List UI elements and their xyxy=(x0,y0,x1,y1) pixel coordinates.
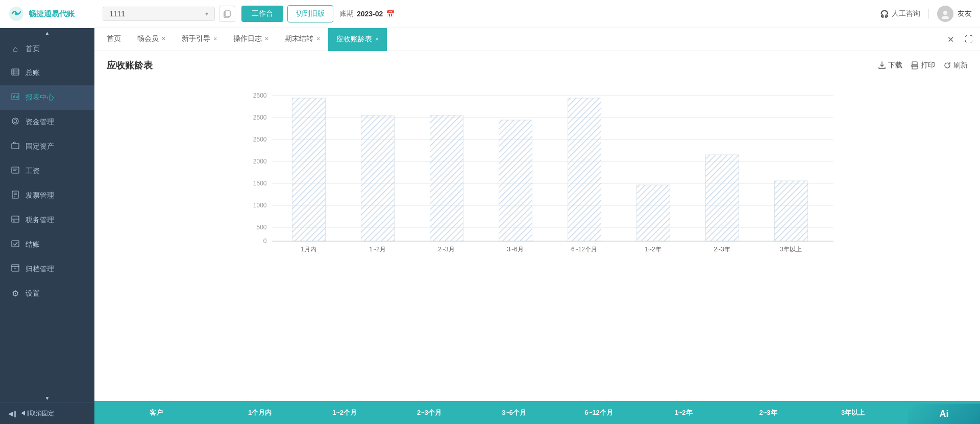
svg-rect-54 xyxy=(361,115,395,241)
funds-icon xyxy=(10,117,20,127)
sidebar-item-reports[interactable]: 报表中心 xyxy=(0,85,94,110)
headset-icon: 🎧 xyxy=(880,10,889,18)
switch-version-button[interactable]: 切到旧版 xyxy=(287,5,333,22)
period-area: 账期 2023-02 📅 xyxy=(339,9,395,18)
tab-close-guide[interactable]: × xyxy=(213,36,217,42)
chart-container: 2500 2500 2500 2000 1500 1000 500 0 xyxy=(107,90,968,264)
sidebar-item-archive[interactable]: 归档管理 xyxy=(0,257,94,281)
sidebar-item-checkout[interactable]: 结账 xyxy=(0,232,94,257)
period-label: 账期 xyxy=(339,9,354,18)
avatar xyxy=(937,6,953,22)
svg-text:2500: 2500 xyxy=(253,92,267,99)
sidebar-item-label: 结账 xyxy=(26,240,40,249)
logo-text: 畅捷通易代账 xyxy=(29,9,75,19)
tab-close-oplog[interactable]: × xyxy=(265,36,268,42)
tab-label: 畅会员 xyxy=(137,34,159,43)
refresh-button[interactable]: 刷新 xyxy=(943,61,968,70)
tab-oplog[interactable]: 操作日志 × xyxy=(225,28,277,51)
svg-point-15 xyxy=(12,118,18,124)
col-customer: 客户 xyxy=(94,408,217,417)
gear-icon: ⚙ xyxy=(10,289,20,298)
svg-rect-30 xyxy=(12,265,19,267)
assets-icon xyxy=(10,142,20,152)
tab-home[interactable]: 首页 xyxy=(99,28,129,51)
tab-label: 操作日志 xyxy=(233,34,262,43)
col-3plus-year: 3年以上 xyxy=(811,408,895,417)
col-3-6month: 3~6个月 xyxy=(472,408,556,417)
calendar-icon[interactable]: 📅 xyxy=(386,10,395,18)
page-header: 应收账龄表 下载 打印 刷新 xyxy=(94,51,980,80)
home-icon: ⌂ xyxy=(10,44,20,54)
svg-rect-60 xyxy=(568,98,601,241)
top-header: 畅捷通易代账 1111 ▾ 工作台 切到旧版 账期 2023-02 📅 🎧 人工… xyxy=(0,0,980,28)
bar-chart: 2500 2500 2500 2000 1500 1000 500 0 xyxy=(107,90,968,264)
payroll-icon xyxy=(10,166,20,176)
download-button[interactable]: 下载 xyxy=(878,61,902,70)
tab-close-aging[interactable]: × xyxy=(375,36,379,42)
tab-period-end[interactable]: 期末结转 × xyxy=(277,28,328,51)
tax-icon: 税 xyxy=(10,215,20,225)
svg-text:2~3年: 2~3年 xyxy=(714,246,730,253)
sidebar-item-assets[interactable]: 固定资产 xyxy=(0,134,94,159)
sidebar-item-label: 资金管理 xyxy=(26,117,54,127)
col-6-12month: 6~12个月 xyxy=(556,408,641,417)
workbench-button[interactable]: 工作台 xyxy=(241,6,283,22)
tab-close-member[interactable]: × xyxy=(162,36,165,42)
svg-text:2500: 2500 xyxy=(253,114,267,121)
sidebar-item-settings[interactable]: ⚙ 设置 xyxy=(0,281,94,305)
col-1-2month: 1~2个月 xyxy=(302,408,387,417)
svg-rect-18 xyxy=(12,167,19,173)
sidebar-scroll-up[interactable]: ▲ xyxy=(0,28,94,37)
table-header-bar: 客户 1个月内 1~2个月 2~3个月 3~6个月 6~12个月 1~2年 2~… xyxy=(94,401,980,424)
user-area[interactable]: 友友 xyxy=(937,6,972,22)
svg-text:1~2月: 1~2月 xyxy=(369,246,385,253)
svg-text:2~3月: 2~3月 xyxy=(438,246,454,253)
svg-rect-58 xyxy=(499,120,532,241)
pin-label: ◀‖取消固定 xyxy=(20,409,54,418)
col-1month: 1个月内 xyxy=(217,408,302,417)
copy-button[interactable] xyxy=(219,6,235,22)
svg-point-5 xyxy=(942,16,949,19)
sidebar-item-label: 设置 xyxy=(26,289,40,298)
print-button[interactable]: 打印 xyxy=(911,61,935,70)
sidebar-item-payroll[interactable]: 工资 xyxy=(0,159,94,183)
ai-label: Ai xyxy=(940,409,949,419)
expand-tabs-button[interactable]: ⛶ xyxy=(962,32,976,46)
company-selector[interactable]: 1111 ▾ xyxy=(103,7,215,21)
ai-assistant-badge[interactable]: Ai xyxy=(908,404,980,424)
sidebar-item-label: 总账 xyxy=(26,68,40,78)
close-all-tabs-button[interactable]: ✕ xyxy=(943,32,958,46)
tab-aging[interactable]: 应收账龄表 × xyxy=(328,28,387,51)
page-title: 应收账龄表 xyxy=(107,59,153,72)
sidebar-item-label: 归档管理 xyxy=(26,265,54,274)
user-name: 友友 xyxy=(958,9,972,18)
sidebar-item-tax[interactable]: 税 税务管理 xyxy=(0,208,94,232)
tab-member[interactable]: 畅会员 × xyxy=(129,28,174,51)
invoice-icon xyxy=(10,191,20,201)
pin-icon: ◀‖ xyxy=(8,410,17,417)
col-2-3month: 2~3个月 xyxy=(387,408,472,417)
svg-rect-17 xyxy=(12,144,19,149)
sidebar-item-funds[interactable]: 资金管理 xyxy=(0,110,94,134)
sidebar-item-home[interactable]: ⌂ 首页 xyxy=(0,37,94,61)
tabs-actions: ✕ ⛶ xyxy=(943,32,976,46)
sidebar-item-label: 报表中心 xyxy=(26,93,54,102)
sidebar-pin-toggle[interactable]: ◀‖ ◀‖取消固定 xyxy=(0,403,94,424)
tab-guide[interactable]: 新手引导 × xyxy=(174,28,225,51)
tabs-bar: 首页 畅会员 × 新手引导 × 操作日志 × 期末结转 × 应收账龄表 × xyxy=(94,28,980,51)
svg-rect-52 xyxy=(292,98,326,241)
print-label: 打印 xyxy=(921,61,935,70)
svg-point-4 xyxy=(943,11,947,15)
refresh-icon xyxy=(943,61,951,69)
sidebar-item-label: 税务管理 xyxy=(26,216,54,225)
svg-rect-56 xyxy=(430,115,463,241)
consult-area[interactable]: 🎧 人工咨询 xyxy=(880,9,920,18)
checkout-icon xyxy=(10,240,20,250)
col-1-2year: 1~2年 xyxy=(641,408,726,417)
tab-close-period-end[interactable]: × xyxy=(316,36,320,42)
sidebar-item-invoice[interactable]: 发票管理 xyxy=(0,183,94,208)
sidebar-item-ledger[interactable]: 总账 xyxy=(0,61,94,85)
svg-rect-3 xyxy=(225,11,230,16)
svg-text:3~6月: 3~6月 xyxy=(507,246,523,253)
sidebar-scroll-down[interactable]: ▼ xyxy=(0,393,94,403)
